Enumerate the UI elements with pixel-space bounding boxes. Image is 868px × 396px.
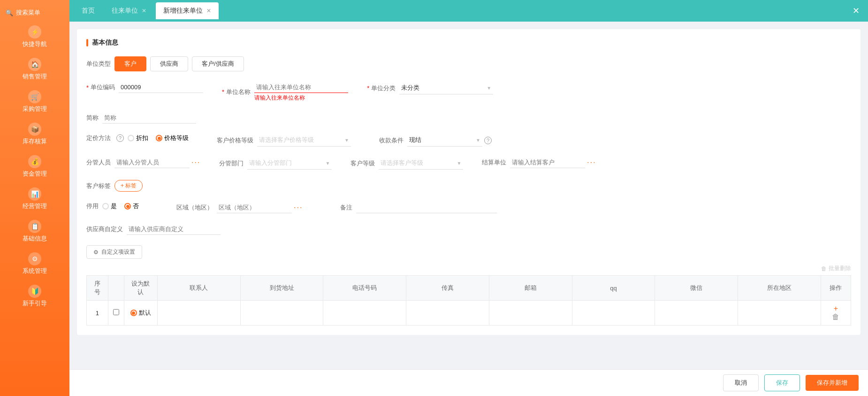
customer-level-chevron-icon: ▼ [457, 161, 461, 166]
customer-price-select[interactable]: 请选择客户价格等级 ▼ [257, 134, 351, 147]
customer-level-field: 客户等级 请选择客户等级 ▼ [350, 157, 463, 170]
email-input[interactable] [494, 310, 567, 317]
batch-delete-label: 批量删除 [829, 264, 851, 272]
sidebar-item-finance[interactable]: 💰 资金管理 [0, 150, 69, 183]
row-default-radio-dot [132, 311, 135, 315]
code-required-star: * [86, 84, 89, 91]
unit-type-label: 单位类型 [86, 60, 111, 68]
gear-icon: ⚙ [93, 249, 99, 256]
unit-type-supplier-btn[interactable]: 供应商 [150, 56, 188, 71]
col-qq: qq [572, 276, 655, 301]
row-address[interactable] [240, 301, 323, 326]
contact-input[interactable] [162, 310, 236, 317]
delete-row-btn[interactable]: 🗑 [830, 312, 841, 322]
sidebar-item-guide[interactable]: 🔰 新手引导 [0, 280, 69, 312]
dept-select[interactable]: 请输入分管部门 ▼ [247, 157, 332, 170]
payment-help-icon[interactable]: ? [484, 137, 492, 144]
pricing-help-icon[interactable]: ? [116, 134, 124, 142]
row-seq: 1 [87, 301, 108, 326]
row-contact[interactable] [158, 301, 241, 326]
tab-new-contact[interactable]: 新增往来单位 ✕ [156, 2, 219, 19]
row-default-radio-item[interactable]: 默认 [129, 309, 152, 317]
qq-input[interactable] [577, 310, 650, 317]
sidebar-item-system[interactable]: ⚙ 系统管理 [0, 248, 69, 280]
tab-home[interactable]: 首页 [74, 2, 102, 19]
pricing-label: 定价方法 [86, 134, 111, 142]
sidebar-item-operations[interactable]: 📊 经营管理 [0, 183, 69, 215]
manager-field: 分管人员 ··· [86, 157, 200, 168]
unit-type-both-btn[interactable]: 客户/供应商 [192, 56, 244, 71]
sidebar-search[interactable]: 🔍 搜索菜单 [0, 5, 69, 21]
settlement-input[interactable] [510, 157, 585, 168]
pricing-discount-option[interactable]: 折扣 [128, 134, 148, 142]
sidebar-item-label: 资金管理 [23, 170, 47, 178]
payment-select[interactable]: 现结 ▼ [407, 134, 482, 147]
disabled-row: 停用 是 否 区 [86, 202, 851, 215]
code-label: 单位编码 [91, 83, 115, 92]
row-default[interactable]: 默认 [124, 301, 157, 326]
add-tag-btn[interactable]: + 标签 [114, 180, 143, 192]
manager-label: 分管人员 [86, 158, 111, 167]
manager-input[interactable] [114, 157, 190, 168]
row-region[interactable] [738, 301, 821, 326]
batch-delete-btn[interactable]: 🗑 批量删除 [821, 264, 851, 272]
row-phone[interactable] [323, 301, 406, 326]
supplier-custom-row: 供应商自定义 [86, 224, 851, 237]
row-email[interactable] [489, 301, 572, 326]
phone-input[interactable] [328, 310, 401, 317]
supplier-custom-input[interactable] [127, 224, 221, 235]
wechat-input[interactable] [660, 310, 733, 317]
custom-settings-btn[interactable]: ⚙ 自定义项设置 [86, 245, 142, 259]
row-fax[interactable] [406, 301, 489, 326]
sidebar-item-basic-info[interactable]: 📋 基础信息 [0, 215, 69, 248]
quick-nav-icon: ⚡ [28, 25, 41, 39]
save-button[interactable]: 保存 [764, 374, 800, 391]
region-input[interactable] [217, 202, 292, 213]
sidebar-item-purchase[interactable]: 🛒 采购管理 [0, 85, 69, 118]
disabled-field: 停用 是 否 [86, 202, 139, 210]
col-region: 所在地区 [738, 276, 821, 301]
tab-new-contact-close[interactable]: ✕ [206, 8, 211, 14]
batch-delete-icon: 🗑 [821, 265, 827, 272]
sidebar-item-quick-nav[interactable]: ⚡ 快捷导航 [0, 21, 69, 53]
tab-contacts-close[interactable]: ✕ [142, 8, 146, 14]
name-input[interactable] [254, 82, 348, 93]
tab-bar: 首页 往来单位 ✕ 新增往来单位 ✕ ✕ [69, 0, 868, 22]
row-checkbox[interactable] [113, 309, 119, 315]
row-check[interactable] [108, 301, 124, 326]
sidebar-item-label: 新手引导 [23, 299, 47, 308]
row-qq[interactable] [572, 301, 655, 326]
row-region-input[interactable] [743, 310, 816, 317]
disabled-yes-option[interactable]: 是 [102, 202, 117, 210]
unit-type-customer-btn[interactable]: 客户 [114, 56, 146, 71]
manager-row: 分管人员 ··· 分管部门 请输入分管部门 ▼ 客户等级 请选择客户等级 ▼ [86, 157, 851, 171]
region-more-btn[interactable]: ··· [294, 203, 303, 212]
customer-price-placeholder: 请选择客户价格等级 [259, 136, 343, 144]
close-all-tabs[interactable]: ✕ [849, 4, 863, 18]
disabled-no-option[interactable]: 否 [124, 202, 139, 210]
pricing-field: 定价方法 ? 折扣 价格等级 [86, 134, 189, 142]
save-new-button[interactable]: 保存并新增 [806, 375, 859, 391]
sales-icon: 🏠 [28, 58, 41, 71]
remark-input[interactable] [356, 202, 497, 213]
category-select[interactable]: 未分类 ▼ [399, 82, 493, 94]
manager-more-btn[interactable]: ··· [191, 158, 200, 167]
disabled-no-radio [124, 203, 131, 210]
short-name-input[interactable] [102, 112, 196, 124]
fax-input[interactable] [411, 310, 484, 317]
name-required-star: * [222, 88, 224, 95]
code-input[interactable] [119, 82, 203, 93]
customer-level-select[interactable]: 请选择客户等级 ▼ [379, 157, 463, 170]
row-wechat[interactable] [655, 301, 738, 326]
sidebar-item-sales[interactable]: 🏠 销售管理 [0, 53, 69, 85]
cancel-button[interactable]: 取消 [723, 374, 759, 391]
sidebar-item-inventory[interactable]: 📦 库存核算 [0, 118, 69, 150]
unit-type-row: 单位类型 客户 供应商 客户/供应商 [86, 56, 851, 73]
basic-info-card: 基本信息 单位类型 客户 供应商 客户/供应商 * 单位编码 [77, 29, 860, 335]
address-input[interactable] [245, 310, 319, 317]
finance-icon: 💰 [28, 155, 41, 168]
row-actions: + 🗑 [821, 301, 851, 326]
pricing-level-option[interactable]: 价格等级 [156, 134, 189, 142]
settlement-more-btn[interactable]: ··· [587, 158, 596, 167]
tab-contacts[interactable]: 往来单位 ✕ [104, 2, 154, 19]
